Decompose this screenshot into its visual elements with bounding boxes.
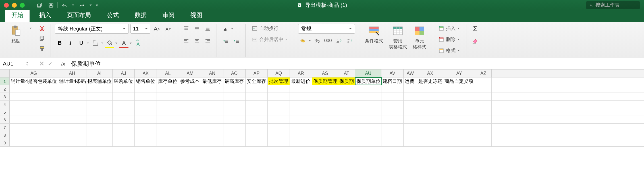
cell-AW3[interactable] xyxy=(404,93,417,100)
spreadsheet-grid[interactable]: AGAHAIAJAKALAMANAOAPAQARASATAUAVAWAXAYAZ… xyxy=(0,69,644,147)
cell-AX9[interactable] xyxy=(417,139,443,146)
cell-AL8[interactable] xyxy=(157,131,179,139)
name-box[interactable] xyxy=(0,58,34,69)
col-header-AZ[interactable]: AZ xyxy=(475,69,492,77)
cell-AI9[interactable] xyxy=(86,139,113,146)
cell-AW8[interactable] xyxy=(404,131,417,139)
tab-home[interactable]: 开始 xyxy=(5,9,30,22)
cell-AM5[interactable] xyxy=(179,108,201,116)
col-header-AO[interactable]: AO xyxy=(223,69,246,77)
cell-AH2[interactable] xyxy=(58,85,86,93)
border-button[interactable] xyxy=(91,38,104,48)
cell-AU6[interactable] xyxy=(355,116,381,123)
align-right-button[interactable] xyxy=(203,36,213,46)
cell-AZ5[interactable] xyxy=(475,108,492,116)
cell-AQ8[interactable] xyxy=(268,131,290,139)
name-box-input[interactable] xyxy=(0,61,24,67)
align-middle-button[interactable] xyxy=(192,24,202,34)
cell-AO7[interactable] xyxy=(223,124,246,131)
cell-AS7[interactable] xyxy=(312,124,338,131)
cell-AG6[interactable] xyxy=(10,116,58,123)
redo-dropdown[interactable] xyxy=(88,1,93,9)
cell-AI3[interactable] xyxy=(86,93,113,100)
cell-AX3[interactable] xyxy=(417,93,443,100)
cell-AR3[interactable] xyxy=(290,93,312,100)
cell-AS8[interactable] xyxy=(312,131,338,139)
cell-AM8[interactable] xyxy=(179,131,201,139)
cell-AM3[interactable] xyxy=(179,93,201,100)
cell-AI4[interactable] xyxy=(86,101,113,108)
cell-AU4[interactable] xyxy=(355,101,381,108)
cell-AZ1[interactable] xyxy=(475,77,492,85)
align-center-button[interactable] xyxy=(192,36,202,46)
cell-AT2[interactable] xyxy=(338,85,355,93)
delete-cells-button[interactable]: 删除 xyxy=(436,35,462,44)
cell-AR1[interactable]: 最新进价 xyxy=(290,77,312,85)
italic-button[interactable]: I xyxy=(66,38,75,48)
cell-AK3[interactable] xyxy=(135,93,157,100)
cell-AX4[interactable] xyxy=(417,101,443,108)
save-button[interactable] xyxy=(46,1,56,9)
cell-AV5[interactable] xyxy=(381,108,404,116)
cell-AY1[interactable]: 商品自定义项 xyxy=(443,77,475,85)
namebox-up[interactable] xyxy=(24,61,30,64)
cell-AN7[interactable] xyxy=(201,124,223,131)
cell-AK9[interactable] xyxy=(135,139,157,146)
cell-AJ4[interactable] xyxy=(113,101,135,108)
cell-AR4[interactable] xyxy=(290,101,312,108)
table-format-button[interactable]: 套用 表格格式 xyxy=(387,24,409,51)
row-header-3[interactable]: 3 xyxy=(0,93,10,100)
percent-button[interactable]: % xyxy=(312,36,322,46)
shrink-font-button[interactable]: A xyxy=(163,24,173,34)
close-window-icon[interactable] xyxy=(4,3,9,8)
col-header-AY[interactable]: AY xyxy=(443,69,475,77)
cell-AT5[interactable] xyxy=(338,108,355,116)
cell-AX5[interactable] xyxy=(417,108,443,116)
cell-AJ9[interactable] xyxy=(113,139,135,146)
cell-AQ3[interactable] xyxy=(268,93,290,100)
cell-AW5[interactable] xyxy=(404,108,417,116)
namebox-down[interactable] xyxy=(24,64,30,66)
cell-AP5[interactable] xyxy=(246,108,268,116)
cell-AX6[interactable] xyxy=(417,116,443,123)
bold-button[interactable]: B xyxy=(55,38,65,48)
cell-AM2[interactable] xyxy=(179,85,201,93)
cancel-formula-icon[interactable]: ✕ xyxy=(39,60,44,67)
cell-AL1[interactable]: 库存单位 xyxy=(157,77,179,85)
cell-AL5[interactable] xyxy=(157,108,179,116)
cell-AI6[interactable] xyxy=(86,116,113,123)
save-dup-button[interactable] xyxy=(35,1,44,9)
cell-AJ6[interactable] xyxy=(113,116,135,123)
copy-button[interactable] xyxy=(38,34,47,43)
tab-insert[interactable]: 插入 xyxy=(33,9,57,22)
cell-AL7[interactable] xyxy=(157,124,179,131)
row-header-2[interactable]: 2 xyxy=(0,85,10,93)
cell-AW7[interactable] xyxy=(404,124,417,131)
cell-AQ9[interactable] xyxy=(268,139,290,146)
col-header-AK[interactable]: AK xyxy=(135,69,157,77)
underline-button[interactable]: U xyxy=(76,38,90,48)
col-header-AP[interactable]: AP xyxy=(246,69,268,77)
cell-AI1[interactable]: 报表辅单位 xyxy=(86,77,113,85)
font-color-button[interactable]: A xyxy=(119,38,132,48)
cell-AK2[interactable] xyxy=(135,85,157,93)
row-header-4[interactable]: 4 xyxy=(0,101,10,108)
cell-AY8[interactable] xyxy=(443,131,475,139)
cell-AJ8[interactable] xyxy=(113,131,135,139)
cell-AG3[interactable] xyxy=(10,93,58,100)
col-header-AT[interactable]: AT xyxy=(338,69,355,77)
cell-AL3[interactable] xyxy=(157,93,179,100)
col-header-AN[interactable]: AN xyxy=(201,69,223,77)
format-cells-button[interactable]: 格式 xyxy=(436,46,462,55)
comma-button[interactable]: 000 xyxy=(323,36,333,46)
cell-AX2[interactable] xyxy=(417,85,443,93)
cell-AO3[interactable] xyxy=(223,93,246,100)
cell-AK7[interactable] xyxy=(135,124,157,131)
cell-AV1[interactable]: 建档日期 xyxy=(381,77,404,85)
cell-AR6[interactable] xyxy=(290,116,312,123)
cell-AJ3[interactable] xyxy=(113,93,135,100)
cell-AH9[interactable] xyxy=(58,139,86,146)
cell-AK8[interactable] xyxy=(135,131,157,139)
cell-AN8[interactable] xyxy=(201,131,223,139)
cell-AU1[interactable]: 保质期单位 xyxy=(355,77,381,85)
